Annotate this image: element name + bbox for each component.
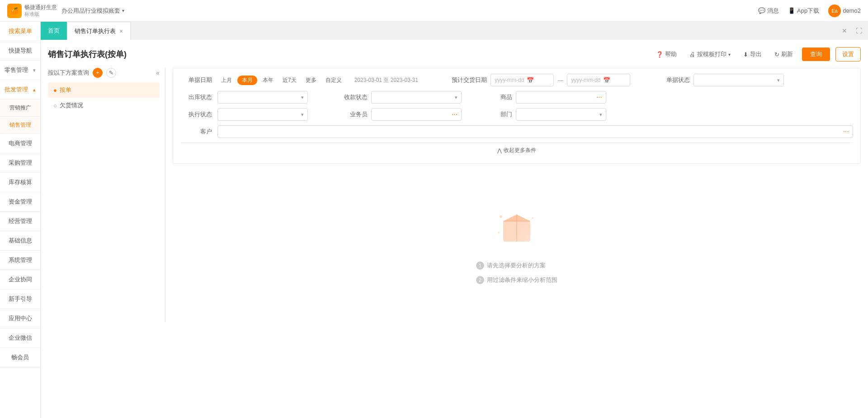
nav-item-by-order[interactable]: ● 按单 [48, 82, 160, 98]
status-select[interactable]: ▾ [693, 74, 784, 86]
expected-date-end[interactable]: yyyy-mm-dd 📅 [567, 74, 630, 86]
refresh-button[interactable]: ↻ 刷新 [771, 48, 797, 60]
logo-icon: 🍊 [7, 4, 22, 18]
calendar-icon: 📅 [527, 77, 534, 84]
expected-date-start[interactable]: yyyy-mm-dd 📅 [491, 74, 554, 86]
sidebar-item-system[interactable]: 系统管理 [0, 251, 40, 270]
dept-select[interactable]: ▾ [516, 108, 606, 121]
logo: 🍊 畅捷通好生意 标准版 [7, 4, 57, 18]
sidebar-item-wechat[interactable]: 企业微信 [0, 328, 40, 348]
chevron-down-icon: ▾ [301, 112, 304, 118]
date-tab-this-year[interactable]: 本年 [259, 76, 277, 85]
logo-text: 畅捷通好生意 标准版 [24, 4, 57, 18]
chevron-down-icon: ▾ [455, 95, 458, 100]
sidebar-item-apps[interactable]: 应用中心 [0, 309, 40, 328]
tip-item-2: 2 用过滤条件来缩小分析范围 [476, 274, 557, 286]
ellipsis-icon-2[interactable]: ··· [452, 110, 458, 119]
sidebar-item-ecommerce[interactable]: 电商管理 [0, 134, 40, 153]
print-icon: 🖨 [689, 51, 695, 58]
tab-home[interactable]: 首页 [41, 22, 67, 40]
date-tab-this-month[interactable]: 本月 [237, 76, 257, 85]
download-button[interactable]: 📱 App下载 [788, 7, 819, 15]
filter-row-2: 出库状态 ▾ 收款状态 ▾ [180, 91, 853, 104]
help-button[interactable]: ❓ 帮助 [652, 48, 680, 60]
sidebar-item-finance[interactable]: 资金管理 [0, 192, 40, 212]
collapse-more-button[interactable]: ⋀ 收起更多条件 [180, 142, 853, 158]
sidebar-item-member[interactable]: 畅会员 [0, 348, 40, 367]
date-tab-custom[interactable]: 自定义 [322, 76, 345, 85]
plus-icon: + [96, 70, 99, 76]
filter-section: 单据日期 上月 本月 本年 近7天 更多 自定义 2023-03-01 至 20… [173, 68, 861, 164]
dept-group: 部门 ▾ [494, 108, 606, 121]
date-tab-last-month[interactable]: 上月 [217, 76, 236, 85]
left-panel-header: 按以下方案查询 + ✎ « [48, 68, 160, 78]
debt-dot-icon: ○ [53, 102, 57, 109]
ellipsis-icon[interactable]: ··· [596, 93, 602, 101]
date-tab-7days[interactable]: 近7天 [279, 76, 300, 85]
close-window-button[interactable]: ✕ [839, 25, 850, 36]
ellipsis-icon-3[interactable]: ··· [843, 128, 849, 136]
sidebar-item-sales[interactable]: 销售管理 [0, 117, 40, 134]
sidebar-quick-nav[interactable]: 快捷导航 [0, 41, 40, 61]
empty-icon [494, 205, 539, 251]
chevron-down-icon: ▾ [777, 77, 780, 83]
nav-item-by-debt[interactable]: ○ 欠货情况 [48, 98, 160, 113]
sidebar-item-retail[interactable]: 零售管理 ▾ [0, 61, 40, 80]
payment-group: 收款状态 ▾ [340, 91, 462, 104]
user-menu[interactable]: Ea demo2 [828, 5, 861, 17]
svg-point-5 [532, 217, 533, 219]
date-tab-more[interactable]: 更多 [302, 76, 320, 85]
sidebar-item-inventory[interactable]: 库存核算 [0, 173, 40, 192]
export-button[interactable]: ⬇ 导出 [740, 48, 765, 60]
query-button[interactable]: 查询 [802, 48, 830, 61]
edit-icon: ✎ [109, 70, 113, 76]
page-title: 销售订单执行表(按单) [48, 49, 127, 60]
add-scheme-button[interactable]: + [93, 68, 103, 78]
settings-button[interactable]: 设置 [835, 47, 861, 62]
sidebar-search[interactable]: 搜索菜单 [0, 22, 40, 41]
topbar-left: 🍊 畅捷通好生意 标准版 办公用品行业模拟账套 ▾ [7, 4, 124, 18]
tip-item-1: 1 请先选择要分析的方案 [476, 260, 557, 271]
salesman-input[interactable]: ··· [371, 108, 462, 121]
payment-select[interactable]: ▾ [371, 91, 462, 104]
print-button[interactable]: 🖨 按模板打印 ▾ [686, 48, 734, 60]
svg-point-6 [498, 232, 500, 233]
app-selector[interactable]: 办公用品行业模拟账套 ▾ [61, 7, 124, 15]
sidebar-item-enterprise[interactable]: 企业协同 [0, 270, 40, 290]
sidebar-item-guide[interactable]: 新手引导 [0, 290, 40, 309]
calendar-icon-2: 📅 [603, 77, 610, 84]
topbar-right: 💬 消息 📱 App下载 Ea demo2 [758, 5, 861, 17]
sidebar-item-wholesale[interactable]: 批发管理 ▴ [0, 80, 40, 100]
goods-group: 商品 ··· [494, 91, 606, 104]
tab-close-icon[interactable]: × [119, 28, 123, 35]
refresh-icon: ↻ [774, 51, 779, 58]
expected-date-group: 预计交货日期 yyyy-mm-dd 📅 — yyyy-mm-dd 📅 [451, 74, 630, 86]
filter-row-1: 单据日期 上月 本月 本年 近7天 更多 自定义 2023-03-01 至 20… [180, 74, 853, 86]
exec-select[interactable]: ▾ [217, 108, 308, 121]
left-panel: 按以下方案查询 + ✎ « ● 按单 [48, 68, 165, 322]
sidebar-item-operations[interactable]: 经营管理 [0, 212, 40, 231]
sidebar-item-purchase[interactable]: 采购管理 [0, 153, 40, 173]
goods-input[interactable]: ··· [516, 91, 606, 104]
customer-input[interactable]: ··· [217, 125, 853, 138]
tab-sales-order[interactable]: 销售订单执行表 × [67, 22, 131, 40]
export-icon: ⬇ [743, 51, 748, 58]
main-content: 首页 销售订单执行表 × ✕ ⛶ 销售订单执行表(按单) ❓ 帮助 [41, 22, 868, 418]
maximize-window-button[interactable]: ⛶ [854, 25, 864, 36]
collapse-panel-button[interactable]: « [156, 69, 160, 76]
payment-label: 收款状态 [340, 93, 368, 101]
message-button[interactable]: 💬 消息 [758, 7, 779, 15]
goods-label: 商品 [494, 93, 512, 101]
expected-date-label: 预计交货日期 [451, 76, 487, 84]
sidebar-item-basic[interactable]: 基础信息 [0, 231, 40, 251]
page-header: 销售订单执行表(按单) ❓ 帮助 🖨 按模板打印 ▾ ⬇ 导出 [48, 47, 861, 62]
shipping-select[interactable]: ▾ [217, 91, 308, 104]
chevron-down-icon: ▾ [33, 67, 36, 73]
chevron-down-icon: ▾ [599, 112, 602, 118]
sidebar-item-marketing[interactable]: 营销推广 [0, 100, 40, 117]
exec-label: 执行状态 [180, 110, 212, 119]
chevron-down-icon: ▾ [301, 95, 304, 100]
edit-scheme-button[interactable]: ✎ [106, 68, 116, 78]
empty-tips: 1 请先选择要分析的方案 2 用过滤条件来缩小分析范围 [476, 260, 557, 286]
dept-label: 部门 [494, 110, 512, 119]
